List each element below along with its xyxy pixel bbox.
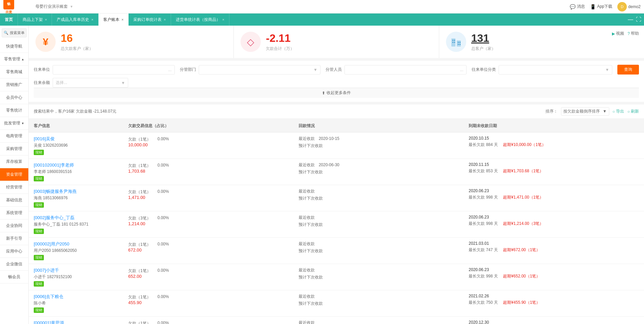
sidebar-item-member-vip[interactable]: 畅会员 [0,271,28,284]
dept-input[interactable]: ▼ [199,65,321,75]
search-button[interactable]: 查询 [617,65,639,75]
customer-name[interactable]: [0001020001]李老师 [34,162,128,168]
cell-customer-info: [0003]畅捷服务尹海燕 海燕 18513066976 现销 [34,188,128,208]
chevron-icon: ▲ [21,58,24,61]
sidebar-item-basic-info[interactable]: 基础信息 [0,194,28,207]
tab-close-purchase-stats[interactable]: × [222,18,224,22]
collapse-bar[interactable]: ⬆ 收起更多条件 [34,88,639,98]
customer-phone: 小进千 18279152100 [34,274,128,280]
sidebar-item-inventory-check[interactable]: 库存核算 [0,155,28,168]
debt-amount[interactable]: 455.90 [128,300,151,305]
sidebar-item-purchase-mgmt[interactable]: 采购管理 [0,143,28,155]
sidebar-item-retail-stats[interactable]: 零售统计 [0,104,28,117]
overdue-link[interactable]: 超期¥1,703.68（1笔） [503,169,543,173]
sidebar-item-retail-mgmt[interactable]: 零售管理 ▲ [0,53,28,66]
overdue-days: 最长欠款 998 天 超期¥652.00（1笔） [469,273,639,279]
debt-amount[interactable]: 1,471.00 [128,195,151,200]
svg-rect-2 [452,40,453,41]
debt-amount[interactable]: 1,703.68 [128,169,151,174]
content-area: ¥ 16 总欠款客户（家） ◇ -2.11 欠款合计（万） [29,26,644,324]
tab-close-purchase-order[interactable]: × [164,18,166,22]
debt-amount-col: 欠款（1笔） 672.00 [128,241,151,253]
sidebar-item-ecommerce-mgmt[interactable]: 电商管理 [0,130,28,143]
sidebar-item-enterprise-coop[interactable]: 企业协同 [0,219,28,232]
user-menu[interactable]: D demo2 [617,2,641,11]
cell-customer-info: [0006]去下粮仓 陈小希 现销 [34,294,128,313]
overdue-link[interactable]: 超期¥652.00（1笔） [503,274,540,278]
stat-card-right-actions: ▶ 视频 ? 帮助 [612,31,639,36]
customer-name[interactable]: [0007]小进千 [34,267,128,273]
cell-debt-info: 欠款（3笔） 1,214.00 0.00% [128,215,299,226]
cell-repayment: 最近收款 预计下次收款 [299,188,469,201]
overdue-link[interactable]: 超期¥1,471.00（1笔） [503,195,543,200]
sidebar: 🔍 搜索菜单 快捷导航 零售管理 ▲ 零售商城 营销推广 会员中心 零售统计 批… [0,26,29,324]
message-btn[interactable]: 💬 消息 [570,4,585,9]
overdue-date: 2020.06.23 [469,267,639,272]
help-btn[interactable]: ? 帮助 [627,31,639,36]
search-menu-btn[interactable]: 🔍 搜索菜单 [2,28,27,37]
stats-row: ¥ 16 总欠款客户（家） ◇ -2.11 欠款合计（万） [29,26,644,58]
origin-unit-input[interactable]: ... [53,65,175,75]
customer-name[interactable]: [0002]服务中心_丁磊 [34,215,128,221]
debt-amount-col: 欠款（1笔） 652.00 [128,267,151,279]
tab-product-warehouse[interactable]: 产成品入库单历史 × [52,13,98,26]
sidebar-item-app-center[interactable]: 应用中心 [0,245,28,258]
tab-home[interactable]: 首页 [0,13,18,26]
sidebar-item-marketing[interactable]: 营销推广 [0,79,28,91]
sidebar-item-batch-mgmt[interactable]: 批发管理 ▼ [0,117,28,130]
cell-debt-info: 欠款（1笔） 429.00 0.00% [128,320,299,324]
customer-name[interactable]: [0016]吴俊 [34,136,128,142]
export-btn[interactable]: ○ 导出 [613,109,624,114]
customer-name[interactable]: [0006]去下粮仓 [34,294,128,300]
tab-minimize-btn[interactable]: — [628,17,633,23]
customer-name[interactable]: [000001]黄思源 [34,320,128,324]
tab-customer-account[interactable]: 客户账本 × [99,13,129,26]
person-dots: ... [460,67,463,72]
tab-purchase-order[interactable]: 采购订单统计表 × [129,13,171,26]
sidebar-item-retail-mall[interactable]: 零售商城 [0,66,28,79]
debt-amount[interactable]: 10,000.00 [128,142,151,147]
overdue-link[interactable]: 超期¥10,000.00（1笔） [503,142,546,147]
view-video-btn[interactable]: ▶ 视频 [612,31,624,36]
overdue-link[interactable]: 超期¥1,214.00（3笔） [503,221,543,226]
tab-product-shelf[interactable]: 商品上下架 × [18,13,52,26]
sidebar-item-system-mgmt[interactable]: 系统管理 [0,207,28,219]
tab-purchase-stats[interactable]: 进货单统计表（按商品） × [171,13,229,26]
download-icon: 📱 [590,4,596,9]
sidebar-item-quick-nav[interactable]: 快捷导航 [0,40,28,53]
sidebar-item-enterprise-wechat[interactable]: 企业微信 [0,258,28,271]
export-icon: ○ [613,109,615,114]
customer-name[interactable]: [0003]畅捷服务尹海燕 [34,188,128,195]
balance-input[interactable]: 选择... ▼ [53,78,128,88]
debt-amount[interactable]: 672.00 [128,247,151,253]
debt-amount[interactable]: 652.00 [128,274,151,279]
customer-phone: 服务中心_丁磊 181 0125 8371 [34,222,128,227]
sidebar-item-new-guide[interactable]: 新手引导 [0,232,28,245]
overdue-link[interactable]: 超期¥672.00（1笔） [503,247,540,252]
cell-repayment: 最近收款 预计下次收款 [299,320,469,324]
unit-class-input[interactable]: ▼ [499,65,613,75]
person-input[interactable]: ... [344,65,467,75]
filter-row-1: 往来单位 ... 分管部门 ▼ 分管人员 [34,65,639,75]
tab-close-product-warehouse[interactable]: × [91,18,93,22]
sidebar-item-operations-mgmt[interactable]: 经营管理 [0,181,28,194]
cell-debt-info: 欠款（1笔） 672.00 0.00% [128,241,299,253]
unit-class-label: 往来单位分类 [472,67,496,72]
overdue-link[interactable]: 超期¥455.90（1笔） [503,300,540,305]
tab-close-product-shelf[interactable]: × [45,18,47,22]
refresh-btn[interactable]: ○ 刷新 [627,109,639,114]
tab-expand-btn[interactable]: ⛶ [636,17,641,23]
customer-name[interactable]: [000002]用户2050 [34,241,128,247]
debt-amount[interactable]: 1,214.00 [128,221,151,226]
app-download-btn[interactable]: 📱 App下载 [590,4,612,9]
sidebar-item-capital-mgmt[interactable]: 资金管理 [0,168,28,181]
cell-debt-info: 欠款（1笔） 652.00 0.00% [128,267,299,279]
debt-cell: 欠款（1笔） 455.90 0.00% [128,294,299,305]
sidebar-item-member-center[interactable]: 会员中心 [0,91,28,104]
header-repayment: 回款情况 [299,123,469,129]
tab-close-customer-account[interactable]: × [121,18,123,22]
customer-phone: 李老师 18600391516 [34,169,128,175]
filter-unit-class: 往来单位分类 ▼ [472,65,613,75]
sort-select[interactable]: 按欠款金额倒序排序 ▼ [561,107,609,116]
app-selector[interactable]: 母婴行业演示账套 ▼ [32,4,570,9]
